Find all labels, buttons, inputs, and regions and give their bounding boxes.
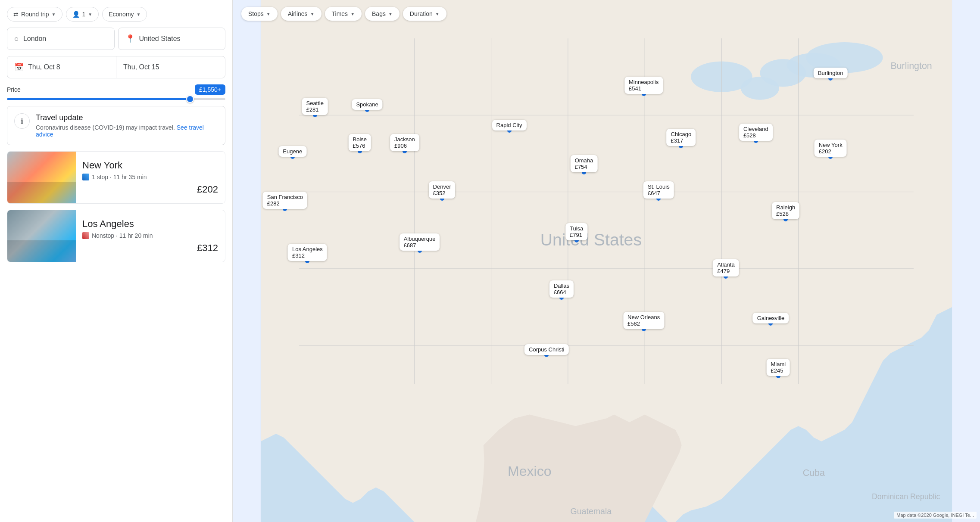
- origin-icon: ○: [14, 34, 19, 44]
- date-from-field[interactable]: 📅 Thu, Oct 8: [7, 56, 116, 78]
- new-york-price: £202: [82, 184, 218, 195]
- bags-chevron-icon: ▼: [388, 12, 393, 16]
- airline-logo-newyork: [82, 174, 89, 180]
- travel-update-text: Travel update Coronavirus disease (COVID…: [36, 113, 218, 138]
- left-panel: ⇄ Round trip ▼ 👤 1 ▼ Economy ▼ ○ London …: [0, 0, 233, 522]
- round-trip-button[interactable]: ⇄ Round trip ▼: [7, 7, 62, 22]
- svg-text:United States: United States: [540, 230, 642, 249]
- filter-stops[interactable]: Stops ▼: [241, 7, 278, 21]
- price-marker-miami[interactable]: Miami£245: [766, 359, 790, 376]
- price-marker-burlington[interactable]: Burlington: [814, 68, 848, 78]
- calendar-icon: 📅: [14, 62, 24, 72]
- travel-update-icon: ℹ: [14, 113, 30, 129]
- date-to-field[interactable]: Thu, Oct 15: [116, 56, 225, 78]
- price-marker-rapid-city[interactable]: Rapid City: [492, 120, 527, 130]
- price-marker-albuquerque[interactable]: Albuquerque£687: [399, 233, 440, 251]
- date-to-value: Thu, Oct 15: [123, 63, 159, 71]
- los-angeles-info: Los Angeles Nonstop · 11 hr 20 min £312: [82, 213, 225, 259]
- filter-airlines[interactable]: Airlines ▼: [281, 7, 321, 21]
- map-panel: United States Mexico Cuba Dominican Repu…: [233, 0, 980, 522]
- price-marker-denver[interactable]: Denver£352: [429, 181, 456, 199]
- map-filters: Stops ▼ Airlines ▼ Times ▼ Bags ▼ Durati…: [241, 7, 446, 21]
- price-slider[interactable]: [7, 98, 225, 100]
- travel-update-card: ℹ Travel update Coronavirus disease (COV…: [7, 106, 225, 145]
- cabin-class-button[interactable]: Economy ▼: [102, 7, 147, 22]
- map-attribution: Map data ©2020 Google, INEGI Te...: [894, 512, 977, 519]
- new-york-city: New York: [82, 160, 218, 171]
- duration-label: Duration: [410, 10, 433, 17]
- price-marker-st.-louis[interactable]: St. Louis£647: [643, 181, 674, 199]
- svg-text:Dominican Republic: Dominican Republic: [872, 492, 940, 501]
- destination-value: United States: [139, 35, 181, 43]
- times-label: Times: [332, 10, 348, 17]
- price-marker-seattle[interactable]: Seattle£281: [302, 98, 328, 115]
- price-marker-minneapolis[interactable]: Minneapolis£541: [624, 77, 663, 94]
- price-label: Price: [7, 86, 21, 93]
- price-marker-los-angeles[interactable]: Los Angeles£312: [288, 244, 327, 261]
- destination-field[interactable]: 📍 United States: [118, 28, 226, 50]
- passengers-label: 1: [82, 11, 86, 18]
- stops-label: Stops: [248, 10, 264, 17]
- price-marker-san-francisco[interactable]: San Francisco£282: [263, 192, 307, 209]
- los-angeles-price: £312: [82, 242, 218, 254]
- price-marker-new-orleans[interactable]: New Orleans£582: [623, 312, 664, 329]
- new-york-stops: 1 stop · 11 hr 35 min: [92, 174, 147, 180]
- price-row: Price £1,550+: [7, 84, 225, 95]
- new-york-info: New York 1 stop · 11 hr 35 min £202: [82, 155, 225, 200]
- result-new-york[interactable]: New York 1 stop · 11 hr 35 min £202: [7, 151, 225, 204]
- price-marker-corpus-christi[interactable]: Corpus Christi: [524, 344, 568, 355]
- price-marker-omaha[interactable]: Omaha£754: [571, 155, 598, 172]
- los-angeles-stops: Nonstop · 11 hr 20 min: [92, 232, 153, 239]
- origin-field[interactable]: ○ London: [7, 28, 115, 50]
- price-marker-gainesville[interactable]: Gainesville: [753, 313, 789, 323]
- filter-times[interactable]: Times ▼: [325, 7, 362, 21]
- svg-text:Mexico: Mexico: [508, 463, 552, 479]
- price-marker-eugene[interactable]: Eugene: [278, 146, 306, 157]
- passengers-button[interactable]: 👤 1 ▼: [66, 7, 99, 22]
- price-marker-jackson[interactable]: Jackson£906: [390, 134, 419, 151]
- destination-icon: 📍: [125, 34, 135, 44]
- price-marker-atlanta[interactable]: Atlanta£479: [713, 259, 739, 277]
- travel-update-title: Travel update: [36, 113, 218, 122]
- los-angeles-details: Nonstop · 11 hr 20 min: [82, 232, 218, 239]
- new-york-thumbnail: [7, 152, 76, 203]
- passengers-icon: 👤: [72, 11, 80, 18]
- svg-text:Guatemala: Guatemala: [570, 506, 612, 516]
- price-marker-new-york[interactable]: New York£202: [815, 140, 847, 157]
- result-los-angeles[interactable]: Los Angeles Nonstop · 11 hr 20 min £312: [7, 210, 225, 262]
- search-row: ○ London 📍 United States: [7, 28, 225, 50]
- times-chevron-icon: ▼: [350, 12, 355, 16]
- price-badge: £1,550+: [195, 84, 225, 95]
- airline-logo-la: [82, 232, 89, 239]
- svg-text:Burlington: Burlington: [890, 61, 932, 71]
- svg-text:Cuba: Cuba: [803, 468, 825, 478]
- round-trip-icon: ⇄: [13, 11, 19, 18]
- duration-chevron-icon: ▼: [435, 12, 440, 16]
- date-from-value: Thu, Oct 8: [28, 63, 60, 71]
- travel-update-body: Coronavirus disease (COVID-19) may impac…: [36, 124, 218, 138]
- price-marker-raleigh[interactable]: Raleigh£528: [772, 202, 799, 219]
- price-marker-chicago[interactable]: Chicago£317: [667, 129, 696, 146]
- airlines-label: Airlines: [288, 10, 308, 17]
- price-section: Price £1,550+: [7, 84, 225, 100]
- stops-chevron-icon: ▼: [266, 12, 271, 16]
- los-angeles-city: Los Angeles: [82, 218, 218, 230]
- price-marker-tulsa[interactable]: Tulsa£791: [565, 223, 587, 240]
- price-marker-dallas[interactable]: Dallas£664: [549, 280, 574, 298]
- filter-bags[interactable]: Bags ▼: [365, 7, 399, 21]
- cabin-class-chevron-icon: ▼: [137, 12, 141, 17]
- filter-duration[interactable]: Duration ▼: [403, 7, 446, 21]
- top-bar: ⇄ Round trip ▼ 👤 1 ▼ Economy ▼: [7, 7, 225, 22]
- origin-value: London: [23, 35, 46, 43]
- passengers-chevron-icon: ▼: [88, 12, 92, 17]
- slider-container: [7, 98, 225, 100]
- date-row: 📅 Thu, Oct 8 Thu, Oct 15: [7, 56, 225, 78]
- new-york-details: 1 stop · 11 hr 35 min: [82, 174, 218, 180]
- round-trip-chevron-icon: ▼: [52, 12, 56, 17]
- price-marker-boise[interactable]: Boise£576: [349, 134, 371, 151]
- price-marker-spokane[interactable]: Spokane: [352, 99, 382, 110]
- airlines-chevron-icon: ▼: [310, 12, 315, 16]
- round-trip-label: Round trip: [21, 11, 49, 18]
- bags-label: Bags: [372, 10, 386, 17]
- price-marker-cleveland[interactable]: Cleveland£528: [739, 124, 773, 141]
